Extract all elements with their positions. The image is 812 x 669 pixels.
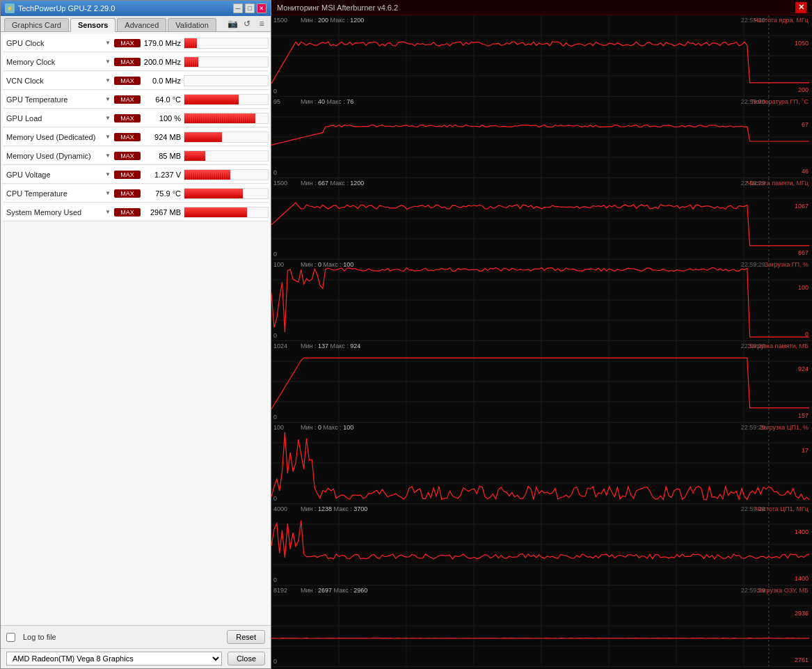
sensor-dropdown-1[interactable]: ▼ (105, 58, 111, 65)
end-val-label-mem_freq: 667 (798, 249, 809, 256)
sensor-name-8[interactable]: CPU Temperature ▼ (3, 189, 114, 198)
app-icon: ⚡ (5, 3, 15, 13)
tab-bar: Graphics Card Sensors Advanced Validatio… (1, 16, 271, 32)
close-window-button[interactable]: ✕ (257, 3, 266, 13)
chart-title-core_freq: Частота ядра, МГц (754, 17, 809, 24)
min-max-label-mem_load: Мин : 137 Макс : 924 (301, 343, 360, 349)
sensors-panel: GPU Clock ▼ MAX 179.0 MHz Memory Clock ▼… (1, 32, 271, 625)
close-button[interactable]: Close (228, 652, 265, 666)
chart-title-mem_freq: Частота памяти, МГц (747, 180, 809, 187)
chart-title-ram_load: Загрузка ОЗУ, МБ (757, 587, 809, 594)
refresh-icon[interactable]: ↺ (241, 18, 253, 29)
window-controls: ─ □ ✕ (233, 3, 266, 13)
chart-section-mem_load: 1024 0 Мин : 137 Макс : 924 22:59:29 Заг… (271, 341, 812, 423)
sensor-bar-0 (184, 38, 197, 48)
sensor-value-1: 200.0 MHz (142, 58, 184, 66)
minimize-button[interactable]: ─ (233, 3, 243, 13)
sensor-dropdown-6[interactable]: ▼ (105, 152, 111, 159)
chart-section-gpu_temp: 95 0 Мин : 40 Макс : 76 22:59:29 Темпера… (271, 97, 812, 178)
log-checkbox[interactable] (6, 633, 15, 642)
sensor-max-badge-2: MAX (114, 77, 141, 85)
device-select[interactable]: AMD Radeon(TM) Vega 8 Graphics (6, 652, 222, 666)
sensor-name-2[interactable]: VCN Clock ▼ (3, 77, 114, 85)
end-val-label-cpu_freq: 1400 (795, 575, 809, 582)
sensor-bar-container-9 (184, 207, 269, 218)
sensor-row: GPU Temperature ▼ MAX 64.0 °C (3, 90, 269, 109)
sensor-max-badge-7: MAX (114, 171, 141, 179)
sensor-dropdown-7[interactable]: ▼ (105, 171, 111, 178)
sensor-name-0[interactable]: GPU Clock ▼ (3, 39, 114, 47)
sensor-row: GPU Clock ▼ MAX 179.0 MHz (3, 34, 269, 52)
sensor-name-5[interactable]: Memory Used (Dedicated) ▼ (3, 133, 114, 141)
sensor-bar-container-3 (184, 94, 269, 105)
end-val-label-mem_load: 157 (798, 412, 809, 419)
min-max-label-core_freq: Мин : 200 Макс : 1200 (301, 17, 364, 24)
sensor-max-badge-0: MAX (114, 39, 141, 47)
afterburner-close-button[interactable]: ✕ (795, 2, 806, 13)
tab-graphics-card[interactable]: Graphics Card (4, 18, 69, 31)
y-max-label-cpu_freq: 4000 (273, 505, 287, 512)
sensor-bar-1 (184, 57, 198, 67)
sensor-bar-container-2 (184, 75, 269, 86)
sensor-row: GPU Load ▼ MAX 100 % (3, 109, 269, 127)
sensor-name-4[interactable]: GPU Load ▼ (3, 114, 114, 123)
y-min-label-gpu_load: 0 (273, 332, 277, 339)
sensor-dropdown-9[interactable]: ▼ (105, 209, 111, 215)
sensor-name-9[interactable]: System Memory Used ▼ (3, 208, 114, 217)
sensor-max-badge-3: MAX (114, 95, 141, 104)
sensor-row: Memory Clock ▼ MAX 200.0 MHz (3, 53, 269, 71)
gpuz-window: ⚡ TechPowerUp GPU-Z 2.29.0 ─ □ ✕ Graphic… (0, 0, 271, 669)
tab-advanced[interactable]: Advanced (117, 18, 166, 31)
cur-val-label-cpu_load: 17 (802, 447, 809, 454)
y-max-label-ram_load: 8192 (273, 587, 287, 594)
cur-val-label-mem_load: 924 (798, 365, 809, 372)
cur-val-label-mem_freq: 1067 (795, 203, 809, 210)
chart-svg-gpu_temp (271, 97, 812, 178)
sensor-bar-6 (184, 151, 205, 161)
sensor-dropdown-8[interactable]: ▼ (105, 190, 111, 196)
afterburner-title-text: Мониторинг MSI Afterburner v4.6.2 (277, 3, 398, 12)
maximize-button[interactable]: □ (245, 3, 255, 13)
sensor-name-6[interactable]: Memory Used (Dynamic) ▼ (3, 152, 114, 160)
y-min-label-mem_freq: 0 (273, 251, 277, 258)
sensor-bar-container-7 (184, 169, 269, 180)
chart-section-cpu_freq: 4000 0 Мин : 1238 Макс : 3700 22:59:29 Ч… (271, 504, 812, 585)
afterburner-window: Мониторинг MSI Afterburner v4.6.2 ✕ 1500… (271, 0, 812, 669)
sensor-dropdown-0[interactable]: ▼ (105, 40, 111, 46)
reset-button[interactable]: Reset (227, 630, 265, 644)
tab-icons: 📷 ↺ ≡ (227, 18, 267, 31)
sensor-bar-3 (184, 95, 239, 104)
end-val-label-gpu_load: 0 (805, 331, 809, 338)
sensor-value-4: 100 % (142, 114, 184, 123)
sensor-max-badge-5: MAX (114, 133, 141, 141)
sensor-bar-4 (184, 113, 255, 123)
sensor-value-2: 0.0 MHz (142, 77, 184, 85)
sensor-name-1[interactable]: Memory Clock ▼ (3, 58, 114, 66)
sensor-dropdown-5[interactable]: ▼ (105, 134, 111, 140)
tab-validation[interactable]: Validation (168, 18, 216, 31)
cur-val-label-ram_load: 2936 (795, 610, 809, 617)
sensor-dropdown-4[interactable]: ▼ (105, 115, 111, 121)
y-max-label-gpu_load: 100 (273, 261, 284, 268)
sensor-name-3[interactable]: GPU Temperature ▼ (3, 95, 114, 104)
sensor-bar-container-5 (184, 132, 269, 143)
menu-icon[interactable]: ≡ (256, 18, 267, 29)
chart-svg-mem_load (271, 341, 812, 423)
timestamp-gpu_load: 22:59:29 (741, 261, 765, 268)
sensor-max-badge-9: MAX (114, 208, 141, 217)
camera-icon[interactable]: 📷 (227, 18, 238, 29)
sensor-dropdown-3[interactable]: ▼ (105, 96, 111, 102)
sensor-value-0: 179.0 MHz (142, 39, 184, 47)
min-max-label-cpu_freq: Мин : 1238 Макс : 3700 (301, 505, 367, 512)
chart-section-core_freq: 1500 0 Мин : 200 Макс : 1200 22:59:29 Ча… (271, 15, 812, 97)
y-max-label-cpu_load: 100 (273, 424, 284, 431)
sensor-dropdown-2[interactable]: ▼ (105, 77, 111, 84)
sensor-bar-container-6 (184, 150, 269, 162)
sensor-name-7[interactable]: GPU Voltage ▼ (3, 171, 114, 179)
sensor-value-9: 2967 MB (142, 208, 184, 217)
afterburner-title-bar: Мониторинг MSI Afterburner v4.6.2 ✕ (271, 0, 812, 15)
sensor-max-badge-4: MAX (114, 114, 141, 123)
log-label[interactable]: Log to file (23, 633, 56, 641)
sensor-row: Memory Used (Dynamic) ▼ MAX 85 MB (3, 147, 269, 165)
tab-sensors[interactable]: Sensors (70, 18, 116, 32)
